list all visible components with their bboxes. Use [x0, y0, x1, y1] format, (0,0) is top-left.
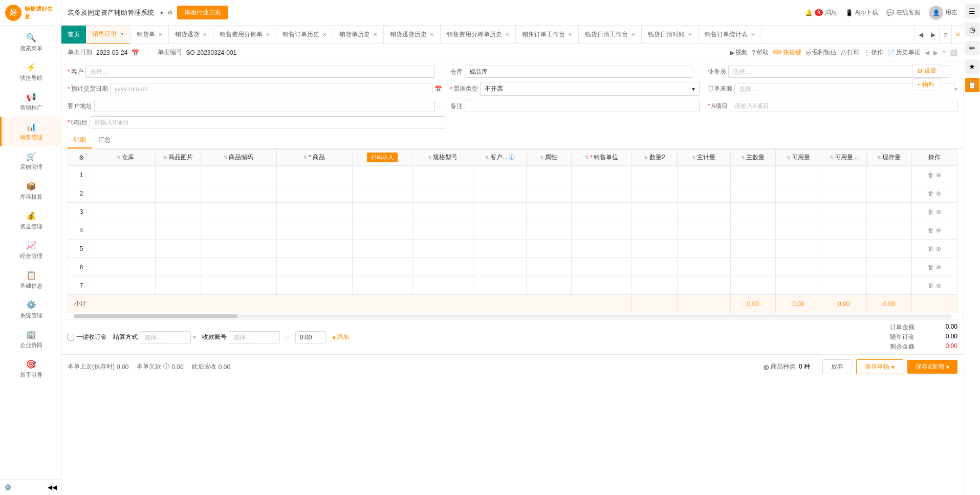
- view-action[interactable]: ▶ 视频: [730, 48, 748, 57]
- solution-button[interactable]: 体验行业方案: [177, 6, 228, 19]
- delivery-date-input[interactable]: [110, 83, 432, 95]
- row-qty2[interactable]: [632, 166, 678, 184]
- info-icon[interactable]: ⓘ: [509, 154, 514, 161]
- delete-icon[interactable]: 🗑: [928, 282, 934, 289]
- sidebar-item-purchase[interactable]: 🛒 采购管理: [0, 146, 61, 176]
- expand-icon[interactable]: ⬜: [950, 49, 957, 56]
- shortcut-action[interactable]: ⌨ 快捷键: [773, 48, 801, 57]
- user-item[interactable]: 👤 用友: [929, 6, 957, 20]
- tab-close-icon[interactable]: ✕: [631, 32, 635, 37]
- right-icon-4[interactable]: ★: [965, 59, 979, 74]
- help-action[interactable]: ? 帮助: [752, 48, 769, 57]
- th-product-image[interactable]: ⇅ 商品图片: [156, 149, 201, 166]
- th-sales-unit[interactable]: ⇅ * 销售单位: [572, 149, 632, 166]
- tab-sales-refund-history[interactable]: 销货退货历史 ✕: [384, 26, 441, 44]
- tab-cash-daily-workbench[interactable]: 钱货日清工作台 ✕: [579, 26, 642, 44]
- right-icon-2[interactable]: ◷: [965, 23, 979, 37]
- warehouse-more-icon[interactable]: ···: [694, 68, 700, 75]
- save-draft-button[interactable]: 保存草稿 ▾: [856, 359, 903, 374]
- nav-next-icon[interactable]: ▶: [933, 49, 938, 56]
- collapse-icon[interactable]: ◀◀: [48, 484, 57, 491]
- tab-next-arrow[interactable]: ▶: [927, 26, 939, 44]
- calendar-icon[interactable]: 📅: [132, 49, 139, 56]
- sidebar-item-basic-info[interactable]: 📋 基础信息: [0, 265, 61, 295]
- debit-info-icon[interactable]: ⓘ: [163, 362, 169, 371]
- delete-icon[interactable]: 🗑: [928, 190, 934, 197]
- th-main-unit[interactable]: ⇅ 主计量: [678, 149, 730, 166]
- customer-address-input[interactable]: [94, 100, 435, 112]
- delete-icon[interactable]: 🗑: [928, 245, 934, 252]
- tab-close-icon[interactable]: ✕: [322, 32, 326, 37]
- tab-sales-order-workbench[interactable]: 销售订单工作台 ✕: [516, 26, 579, 44]
- th-warehouse[interactable]: ⇅ 仓库: [95, 149, 156, 166]
- delete-icon[interactable]: 🗑: [928, 264, 934, 271]
- tab-sales-order[interactable]: 销售订单 ✕: [86, 26, 130, 44]
- row-main-qty[interactable]: [730, 184, 776, 203]
- sidebar-item-operations[interactable]: 📈 经营管理: [0, 235, 61, 265]
- th-customer-ref[interactable]: ⇅ 客户... ⓘ: [473, 149, 526, 166]
- tab-close-icon[interactable]: ✕: [158, 32, 162, 37]
- tab-close-all-icon[interactable]: ✕: [951, 26, 964, 44]
- row-sales-unit[interactable]: [572, 166, 632, 184]
- row-customer-ref[interactable]: [473, 184, 526, 203]
- sidebar-item-inventory[interactable]: 📦 库存核算: [0, 176, 61, 206]
- row-warehouse[interactable]: [95, 166, 156, 184]
- sidebar-item-quick-nav[interactable]: ⚡ 快捷导航: [0, 57, 61, 87]
- tab-prev-arrow[interactable]: ◀: [914, 26, 927, 44]
- copy-icon[interactable]: ⊕: [936, 171, 941, 179]
- row-product[interactable]: [276, 184, 352, 203]
- th-qty2[interactable]: ⇅ 数量2: [632, 149, 678, 166]
- copy-icon[interactable]: ⊕: [936, 264, 941, 271]
- account-more-icon[interactable]: ···: [284, 334, 289, 341]
- sidebar-item-search[interactable]: 🔍 搜索菜单: [0, 28, 61, 57]
- app-download-item[interactable]: 📱 App下载: [845, 8, 878, 17]
- th-settings[interactable]: ⚙: [68, 149, 95, 166]
- sidebar-item-marketing[interactable]: 📢 营销推广: [0, 87, 61, 117]
- row-product[interactable]: [276, 166, 352, 184]
- amount-input[interactable]: [295, 331, 326, 343]
- tab-sales-refund[interactable]: 销货退货 ✕: [169, 26, 213, 44]
- gear-icon[interactable]: ⚙: [167, 9, 173, 16]
- tab-sales-fee-history[interactable]: 销售费用分摊单历史 ✕: [441, 26, 516, 44]
- th-product[interactable]: ⇅ * 商品: [276, 149, 352, 166]
- row-customer-ref[interactable]: [473, 166, 526, 184]
- th-attribute[interactable]: ⇅ 属性: [526, 149, 572, 166]
- row-product-code[interactable]: [201, 184, 277, 203]
- online-service-item[interactable]: 💬 在线客服: [886, 8, 921, 17]
- grid-icon[interactable]: ≡: [942, 49, 946, 56]
- system-selector[interactable]: ▾: [160, 9, 163, 16]
- one-click-payment-checkbox[interactable]: 一键收订金: [68, 333, 107, 341]
- inner-tab-summary[interactable]: 汇总: [92, 133, 117, 148]
- ops-action[interactable]: ⋮ 操作: [864, 48, 883, 57]
- tab-home[interactable]: 首页: [61, 26, 86, 44]
- row-warehouse[interactable]: [95, 184, 156, 203]
- sidebar-item-system[interactable]: ⚙️ 系统管理: [0, 295, 61, 325]
- add-material-float-btn[interactable]: + 物料: [912, 78, 941, 91]
- right-icon-5[interactable]: 📋: [965, 78, 979, 92]
- th-main-qty[interactable]: ⇅ 主数量: [730, 149, 776, 166]
- tab-close-icon[interactable]: ✕: [688, 32, 692, 37]
- row-sales-unit[interactable]: [572, 184, 632, 203]
- tab-close-icon[interactable]: ✕: [751, 32, 755, 37]
- copy-icon[interactable]: ⊕: [936, 208, 941, 216]
- delete-icon[interactable]: 🗑: [928, 227, 934, 234]
- row-spec[interactable]: [412, 166, 473, 184]
- delete-icon[interactable]: 🗑: [928, 171, 934, 179]
- a-project-input[interactable]: [730, 100, 957, 112]
- tab-close-icon[interactable]: ✕: [430, 32, 434, 37]
- history-action[interactable]: 📄 历史单据: [887, 48, 921, 57]
- row-spec[interactable]: [412, 184, 473, 203]
- sidebar-item-guide[interactable]: 🎯 新手引导: [0, 354, 61, 384]
- scan-button[interactable]: 扫码录入: [367, 153, 398, 162]
- tab-close-icon[interactable]: ✕: [266, 32, 270, 37]
- right-icon-3[interactable]: ✏: [965, 41, 979, 55]
- payment-method-input[interactable]: [140, 331, 191, 343]
- sidebar-item-finance[interactable]: 💰 资金管理: [0, 206, 61, 235]
- calendar2-icon[interactable]: 📅: [434, 85, 442, 93]
- th-stock-qty[interactable]: ⇅ 现存量: [866, 149, 912, 166]
- copy-icon[interactable]: ⊕: [936, 190, 941, 197]
- discard-button[interactable]: 放弃: [822, 359, 852, 374]
- tab-sales-order-history[interactable]: 销售订单历史 ✕: [276, 26, 333, 44]
- one-click-checkbox-input[interactable]: [68, 334, 74, 340]
- tab-close-icon[interactable]: ✕: [505, 32, 509, 37]
